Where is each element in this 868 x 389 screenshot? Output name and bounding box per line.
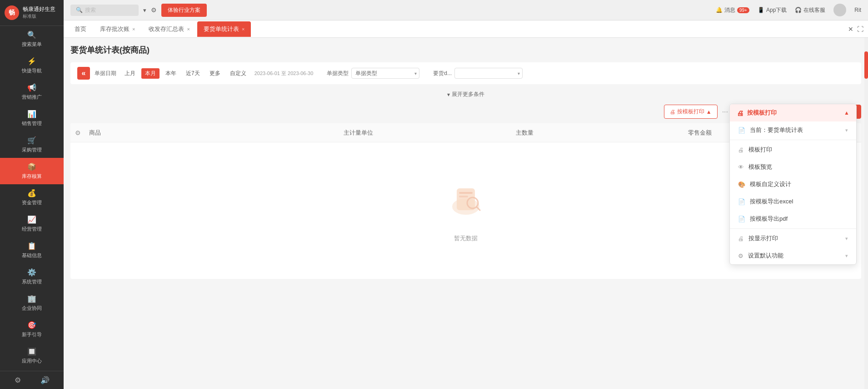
tab-inventory-batch[interactable]: 库存批次账 × (94, 21, 141, 37)
template-preview-icon: 👁 (738, 164, 744, 171)
app-download-label: App下载 (766, 6, 787, 14)
chart-icon: 📊 (27, 110, 36, 118)
tab-receivable-summary-close[interactable]: × (187, 26, 190, 32)
sidebar-item-finance[interactable]: 💰 资金管理 (0, 184, 64, 211)
page-title: 要货单统计表(按商品) (70, 45, 861, 56)
sidebar-item-label: 资金管理 (22, 199, 42, 206)
print-arrow-icon: ▲ (706, 109, 712, 115)
sidebar-item-basic[interactable]: 📋 基础信息 (0, 237, 64, 263)
dropdown-template-pdf[interactable]: 📄 按模板导出pdf (730, 210, 856, 227)
sidebar-item-marketing[interactable]: 📢 营销推广 (0, 79, 64, 105)
tab-receivable-summary[interactable]: 收发存汇总表 × (142, 21, 196, 37)
print-btn[interactable]: 🖨 按模板打印 ▲ (664, 105, 718, 119)
expand-more-icon: ▾ (447, 91, 450, 98)
trend-icon: 📈 (27, 215, 36, 224)
topbar-gear-icon[interactable]: ⚙ (151, 6, 157, 14)
sidebar-item-search[interactable]: 🔍 搜索菜单 (0, 26, 64, 52)
set-default-icon: ⚙ (738, 253, 743, 259)
dropdown-header[interactable]: 🖨 按模板打印 ▲ (730, 104, 856, 121)
tab-home[interactable]: 首页 (68, 21, 93, 37)
topbar-search[interactable]: 🔍 搜索 (70, 5, 139, 16)
prev-month-btn[interactable]: 上月 (121, 68, 139, 79)
tab-bar: 首页 库存批次账 × 收发存汇总表 × 要货单统计表 × ✕ ⛶ (64, 20, 868, 38)
right-scrollbar[interactable] (864, 38, 868, 389)
doc-type-select[interactable]: 单据类型 (351, 68, 419, 79)
expand-more-label: 展开更多条件 (452, 91, 484, 98)
sidebar-item-operation[interactable]: 📈 经营管理 (0, 211, 64, 237)
industry-btn[interactable]: 体验行业方案 (161, 4, 207, 17)
logo-icon: 畅 (5, 5, 19, 20)
empty-state: 暂无数据 (445, 179, 486, 242)
target-icon: 🎯 (27, 321, 36, 329)
sidebar-item-apps[interactable]: 🔲 应用中心 (0, 343, 64, 369)
dropdown-template-excel[interactable]: 📄 按模板导出excel (730, 193, 856, 210)
tab-close-window-btn[interactable]: ✕ (848, 25, 853, 33)
topbar: 🔍 搜索 ▾ ⚙ 体验行业方案 🔔 消息 99+ 📱 App下载 🎧 在线客服 … (64, 0, 868, 20)
template-excel-icon: 📄 (738, 198, 745, 205)
sidebar-item-newbie[interactable]: 🎯 新手引导 (0, 316, 64, 343)
more-date-btn[interactable]: 更多 (206, 68, 224, 79)
speaker-icon[interactable]: 🔊 (40, 376, 50, 384)
display-print-label: 按显示打印 (748, 234, 778, 242)
dropdown-set-default[interactable]: ⚙ 设置默认功能 ▾ (730, 247, 856, 264)
online-service-item[interactable]: 🎧 在线客服 (795, 6, 825, 14)
sidebar-item-inventory[interactable]: 📦 库存核算 (0, 158, 64, 184)
empty-icon (445, 179, 486, 227)
tab-inventory-batch-close[interactable]: × (132, 26, 135, 32)
sidebar-item-label: 应用中心 (22, 358, 42, 364)
notifications-item[interactable]: 🔔 消息 99+ (716, 6, 749, 14)
sidebar-nav: 🔍 搜索菜单 ⚡ 快捷导航 📢 营销推广 📊 销售管理 🛒 采购管理 📦 库存核… (0, 26, 64, 371)
yaohuodanlei-select[interactable] (454, 68, 523, 79)
current-month-btn[interactable]: 本月 (141, 68, 160, 79)
tab-expand-btn[interactable]: ⛶ (857, 25, 863, 33)
last7days-btn[interactable]: 近7天 (182, 68, 204, 79)
yaohuodanlei-label: 要货d... (433, 70, 452, 77)
building-icon: 🏢 (27, 294, 36, 303)
user-avatar[interactable] (833, 4, 846, 16)
svg-rect-2 (459, 192, 473, 194)
settings-bottom-icon[interactable]: ⚙ (15, 376, 21, 384)
topbar-chevron-icon[interactable]: ▾ (143, 7, 146, 14)
filter-bar: « 单据日期 上月 本月 本年 近7天 更多 自定义 2023-06-01 至 … (70, 62, 861, 84)
search-text: 搜索 (85, 6, 96, 14)
sidebar-item-quick-nav[interactable]: ⚡ 快捷导航 (0, 52, 64, 79)
sidebar-item-purchase[interactable]: 🛒 采购管理 (0, 131, 64, 158)
sidebar-item-label: 经营管理 (22, 226, 42, 232)
svg-rect-3 (459, 196, 468, 197)
display-print-icon: 🖨 (738, 235, 744, 242)
filter-expand-btn[interactable]: « (77, 67, 90, 80)
money-icon: 💰 (27, 189, 36, 197)
sidebar-item-label: 基础信息 (22, 252, 42, 259)
template-custom-label: 模板自定义设计 (750, 180, 791, 188)
current-year-btn[interactable]: 本年 (162, 68, 180, 79)
topbar-right: 🔔 消息 99+ 📱 App下载 🎧 在线客服 Rit (716, 4, 861, 16)
sidebar-item-sales[interactable]: 📊 销售管理 (0, 105, 64, 131)
set-default-left: ⚙ 设置默认功能 (738, 252, 783, 260)
template-pdf-icon: 📄 (738, 216, 745, 222)
table-settings-icon[interactable]: ⚙ (75, 129, 81, 136)
dropdown-template-print[interactable]: 🖨 模板打印 (730, 141, 856, 158)
dropdown-divider-1 (730, 140, 856, 140)
sidebar-item-system[interactable]: ⚙️ 系统管理 (0, 263, 64, 290)
grid-icon: 🔲 (27, 347, 36, 356)
set-default-label: 设置默认功能 (748, 252, 783, 260)
current-arrow-icon: ▾ (845, 127, 848, 133)
tab-requisition-stats-close[interactable]: × (242, 26, 244, 32)
dropdown-template-preview[interactable]: 👁 模板预览 (730, 158, 856, 176)
tab-requisition-stats[interactable]: 要货单统计表 × (197, 21, 251, 37)
app-name: 畅康通好生意 (23, 6, 55, 13)
dropdown-current-template[interactable]: 📄 当前：要货单统计表 ▾ (730, 121, 856, 139)
more-options-icon[interactable]: ··· (722, 108, 728, 116)
sidebar-item-corp[interactable]: 🏢 企业协同 (0, 290, 64, 316)
expand-more-btn[interactable]: ▾ 展开更多条件 (443, 89, 489, 100)
username-label: Rit (854, 7, 861, 13)
yaohuodanlei-filter: 要货d... ▾ (433, 68, 523, 79)
app-download-item[interactable]: 📱 App下载 (758, 6, 787, 14)
custom-date-btn[interactable]: 自定义 (226, 68, 250, 79)
template-print-icon: 🖨 (738, 147, 744, 153)
dropdown-menu: 🖨 按模板打印 ▲ 📄 当前：要货单统计表 ▾ 🖨 模板打印 👁 模板预览 (729, 104, 857, 265)
sidebar-item-label: 销售管理 (22, 120, 42, 127)
headset-icon: 🎧 (795, 7, 802, 13)
dropdown-display-print[interactable]: 🖨 按显示打印 ▾ (730, 230, 856, 247)
dropdown-template-custom[interactable]: 🎨 模板自定义设计 (730, 176, 856, 193)
